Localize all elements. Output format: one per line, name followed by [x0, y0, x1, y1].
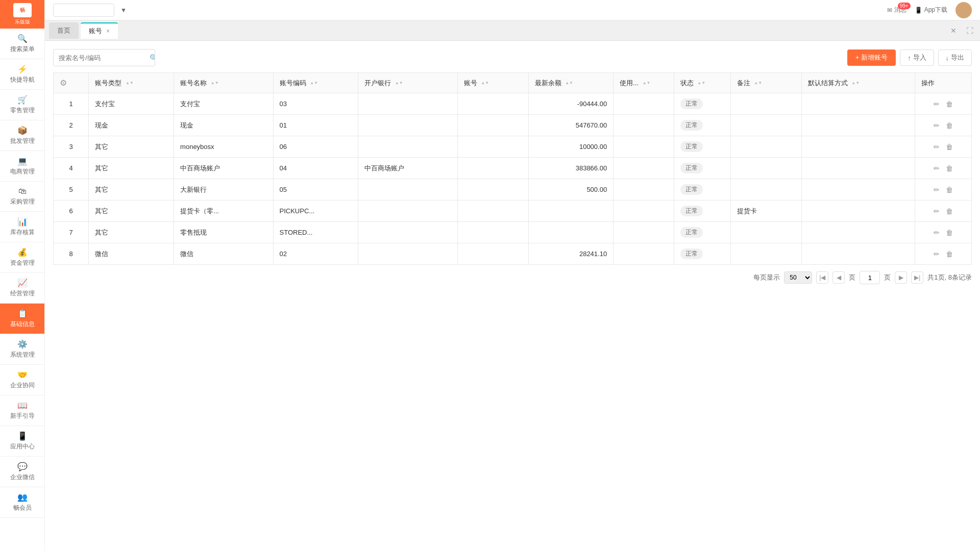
- export-button[interactable]: ↓ 导出: [938, 49, 972, 66]
- th-type[interactable]: 账号类型 ▲▼: [89, 73, 174, 93]
- cell-index-5: 6: [54, 201, 89, 222]
- th-type-label: 账号类型: [95, 79, 121, 87]
- ecommerce-icon: 💻: [17, 156, 28, 166]
- th-usage[interactable]: 使用... ▲▼: [614, 73, 674, 93]
- th-status[interactable]: 状态 ▲▼: [674, 73, 730, 93]
- total-info: 共1页, 8条记录: [927, 273, 972, 282]
- topnav-left: ▼: [53, 4, 127, 17]
- sidebar-item-apps[interactable]: 📱 应用中心: [0, 426, 44, 457]
- delete-button-2[interactable]: 🗑: [944, 142, 955, 152]
- edit-button-7[interactable]: ✏: [932, 249, 942, 259]
- cell-type-2: 其它: [89, 136, 174, 158]
- tab-account[interactable]: 账号 ×: [81, 22, 118, 39]
- sidebar-item-ecommerce[interactable]: 💻 电商管理: [0, 151, 44, 182]
- first-page-button[interactable]: |◀: [816, 271, 828, 284]
- th-note[interactable]: 备注 ▲▼: [730, 73, 801, 93]
- cell-index-2: 3: [54, 136, 89, 158]
- cell-balance-2: 10000.00: [528, 136, 614, 158]
- cell-type-7: 微信: [89, 243, 174, 265]
- cell-status-5: 正常: [674, 201, 730, 222]
- cell-name-1: 现金: [174, 115, 273, 136]
- sidebar-item-wechat[interactable]: 💬 企业微信: [0, 457, 44, 487]
- sidebar-item-wholesale[interactable]: 📦 批发管理: [0, 120, 44, 151]
- sidebar-item-basic-label: 基础信息: [10, 320, 35, 329]
- sidebar-item-search[interactable]: 🔍 搜索菜单: [0, 29, 44, 59]
- guide-icon: 📖: [17, 400, 28, 410]
- sidebar-item-basic[interactable]: 📋 基础信息: [0, 304, 44, 334]
- sidebar-item-system[interactable]: ⚙️ 系统管理: [0, 334, 44, 365]
- tab-bar: 首页 账号 × ✕ ⛶: [45, 20, 980, 41]
- topnav-dropdown[interactable]: ▼: [120, 7, 127, 14]
- th-balance[interactable]: 最新余额 ▲▼: [528, 73, 614, 93]
- messages-button[interactable]: ✉ 消息 99+: [887, 6, 906, 14]
- cell-note-5: 提货卡: [730, 201, 801, 222]
- th-name[interactable]: 账号名称 ▲▼: [174, 73, 273, 93]
- sidebar-item-system-label: 系统管理: [10, 350, 35, 359]
- prev-page-button[interactable]: ◀: [832, 271, 845, 284]
- sidebar-item-shortcut[interactable]: ⚡ 快捷导航: [0, 59, 44, 90]
- edit-button-5[interactable]: ✏: [932, 206, 942, 216]
- search-nav-icon: 🔍: [17, 34, 28, 43]
- th-account[interactable]: 账号 ▲▼: [457, 73, 528, 93]
- sort-icon-balance: ▲▼: [565, 81, 573, 85]
- column-settings-button[interactable]: ⚙: [60, 78, 67, 88]
- page-size-select[interactable]: 50 20 100: [784, 271, 812, 284]
- th-code[interactable]: 账号编码 ▲▼: [273, 73, 358, 93]
- edit-button-1[interactable]: ✏: [932, 120, 942, 131]
- th-bank[interactable]: 开户银行 ▲▼: [358, 73, 457, 93]
- th-settlement[interactable]: 默认结算方式 ▲▼: [801, 73, 915, 93]
- cell-code-2: 06: [273, 136, 358, 158]
- app-download-button[interactable]: 📱 App下载: [915, 6, 947, 14]
- delete-button-4[interactable]: 🗑: [944, 185, 955, 195]
- sidebar-item-inventory[interactable]: 📊 库存核算: [0, 212, 44, 242]
- sidebar-item-operations-label: 经营管理: [10, 289, 35, 298]
- user-avatar[interactable]: [955, 2, 972, 18]
- cell-action-6: ✏ 🗑: [915, 222, 971, 243]
- add-account-button[interactable]: + 新增账号: [847, 49, 896, 66]
- sort-icon-settlement: ▲▼: [851, 81, 860, 85]
- tab-close-page-button[interactable]: ✕: [947, 24, 960, 37]
- delete-button-7[interactable]: 🗑: [944, 249, 955, 259]
- cell-action-1: ✏ 🗑: [915, 115, 971, 136]
- sidebar-item-guide[interactable]: 📖 新手引导: [0, 395, 44, 426]
- edit-button-4[interactable]: ✏: [932, 185, 942, 195]
- delete-button-1[interactable]: 🗑: [944, 120, 955, 131]
- delete-button-3[interactable]: 🗑: [944, 163, 955, 173]
- cell-usage-6: [614, 222, 674, 243]
- sidebar-item-enterprise[interactable]: 🤝 企业协同: [0, 365, 44, 395]
- sidebar-item-retail[interactable]: 🛒 零售管理: [0, 90, 44, 120]
- cell-settlement-5: [801, 201, 915, 222]
- edit-button-3[interactable]: ✏: [932, 163, 942, 173]
- delete-button-5[interactable]: 🗑: [944, 206, 955, 216]
- edit-button-0[interactable]: ✏: [932, 99, 942, 109]
- sidebar-item-operations[interactable]: 📈 经营管理: [0, 273, 44, 304]
- topnav-search-input[interactable]: [53, 4, 114, 17]
- tab-close-icon[interactable]: ×: [106, 28, 110, 34]
- tab-fullscreen-button[interactable]: ⛶: [964, 24, 976, 37]
- messages-badge: 99+: [898, 3, 911, 9]
- edit-button-6[interactable]: ✏: [932, 228, 942, 238]
- delete-button-0[interactable]: 🗑: [944, 99, 955, 109]
- apps-icon: 📱: [17, 431, 28, 441]
- cell-usage-2: [614, 136, 674, 158]
- sidebar-item-member[interactable]: 👥 畅会员: [0, 487, 44, 518]
- delete-button-6[interactable]: 🗑: [944, 228, 955, 238]
- cell-type-0: 支付宝: [89, 93, 174, 115]
- sidebar-item-finance[interactable]: 💰 资金管理: [0, 242, 44, 273]
- page-number-input[interactable]: [860, 271, 880, 284]
- search-button[interactable]: 🔍: [150, 49, 155, 66]
- next-page-button[interactable]: ▶: [895, 271, 907, 284]
- app-logo: 畅 乐版版: [0, 0, 44, 29]
- last-page-button[interactable]: ▶|: [911, 271, 923, 284]
- sort-icon-status: ▲▼: [697, 81, 705, 85]
- tab-home[interactable]: 首页: [49, 22, 79, 39]
- cell-usage-4: [614, 179, 674, 201]
- th-account-label: 账号: [464, 79, 477, 87]
- search-input[interactable]: [54, 51, 150, 65]
- purchase-icon: 🛍: [18, 187, 27, 196]
- cell-name-0: 支付宝: [174, 93, 273, 115]
- import-button[interactable]: ↑ 导入: [900, 49, 934, 66]
- shortcut-icon: ⚡: [17, 64, 28, 74]
- edit-button-2[interactable]: ✏: [932, 142, 942, 152]
- sidebar-item-purchase[interactable]: 🛍 采购管理: [0, 182, 44, 212]
